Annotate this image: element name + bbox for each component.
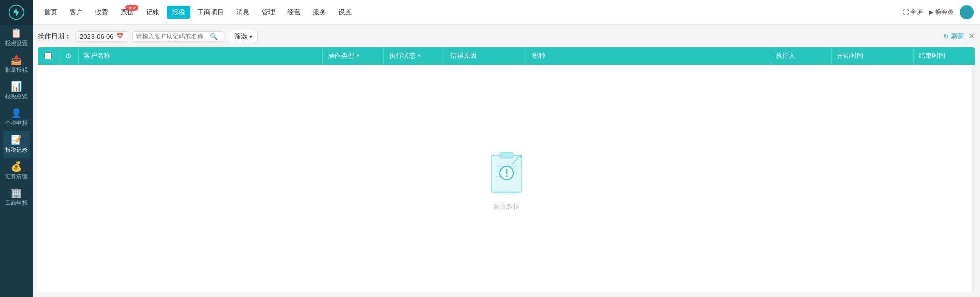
svg-rect-8: [506, 169, 507, 174]
sidebar-label-huisuan-jiaona: 汇算清缴: [5, 173, 28, 180]
main-area: 首页客户收费票据new记账报税工商项目消息管理经营服务设置 ⛶ 全屏 ▶ 畅会员…: [33, 0, 980, 297]
top-navigation: 首页客户收费票据new记账报税工商项目消息管理经营服务设置 ⛶ 全屏 ▶ 畅会员: [33, 0, 980, 25]
nav-item-shezhi[interactable]: 设置: [333, 6, 357, 19]
sidebar: 📋报税设置📤批量报税📊报税总览👤个税申报📝报税记录💰汇算清缴🏢工商年报: [0, 0, 33, 297]
sidebar-icon-gesui-shenbao: 👤: [11, 109, 22, 118]
sidebar-label-baoshui-jilu: 报税记录: [5, 146, 28, 154]
sidebar-label-baoshui-shezhi: 报税设置: [5, 39, 28, 47]
refresh-icon: ↻: [943, 33, 949, 40]
member-icon: ▶: [929, 9, 933, 16]
empty-text: 暂无数据: [493, 202, 520, 211]
member-label: 畅会员: [935, 8, 953, 16]
sidebar-item-huisuan-jiaona[interactable]: 💰汇算清缴: [3, 158, 30, 184]
data-table: ⚙ 客户名称 操作类型 ▼ 执行状态 ▼ 错误原因 税种: [38, 47, 975, 292]
nav-item-xiaoxi[interactable]: 消息: [231, 6, 255, 19]
sidebar-label-baoshui-zonglun: 报税总览: [5, 93, 28, 100]
nav-item-fuwu[interactable]: 服务: [308, 6, 331, 19]
content-area: 操作日期： 2023-06-06 📅 🔍 筛选 ▾ ↻ 刷新 ✕: [33, 25, 980, 297]
sidebar-item-baoshui-shezhi[interactable]: 📋报税设置: [3, 25, 30, 51]
th-caozuo-leixing[interactable]: 操作类型 ▼: [323, 47, 384, 65]
sidebar-item-gongshang-nianbao[interactable]: 🏢工商年报: [3, 184, 30, 211]
search-input[interactable]: [136, 33, 208, 40]
nav-item-kehu[interactable]: 客户: [64, 6, 88, 19]
th-cuowu-yuanyin: 错误原因: [445, 47, 527, 65]
nav-item-gongshang-xiangmu[interactable]: 工商项目: [192, 6, 229, 19]
nav-item-shouye[interactable]: 首页: [39, 6, 62, 19]
user-avatar[interactable]: [960, 5, 974, 19]
svg-point-9: [506, 175, 508, 177]
nav-items: 首页客户收费票据new记账报税工商项目消息管理经营服务设置: [39, 6, 903, 19]
logo[interactable]: [0, 0, 33, 25]
table-body: 暂无数据: [38, 65, 975, 292]
svg-rect-2: [500, 152, 513, 158]
svg-point-12: [492, 190, 521, 195]
topnav-right: ⛶ 全屏 ▶ 畅会员: [903, 5, 974, 19]
sidebar-icon-baoshui-zonglun: 📊: [11, 82, 22, 91]
empty-state: 暂无数据: [484, 145, 530, 211]
select-all-checkbox[interactable]: [44, 52, 52, 59]
date-value: 2023-06-06: [80, 33, 114, 40]
date-label: 操作日期：: [38, 32, 71, 41]
refresh-button[interactable]: ↻ 刷新: [943, 32, 964, 41]
table-header: ⚙ 客户名称 操作类型 ▼ 执行状态 ▼ 错误原因 税种: [38, 47, 975, 65]
chevron-down-icon: ▾: [249, 34, 252, 39]
nav-item-guanli[interactable]: 管理: [257, 6, 280, 19]
sidebar-label-piliang-baoshui: 批量报税: [5, 66, 28, 74]
nav-item-jingying[interactable]: 经营: [282, 6, 306, 19]
sidebar-icon-huisuan-jiaona: 💰: [11, 162, 22, 171]
sidebar-label-gesui-shenbao: 个税申报: [5, 119, 28, 127]
sidebar-item-gesui-shenbao[interactable]: 👤个税申报: [3, 104, 30, 131]
filter-button[interactable]: 筛选 ▾: [229, 30, 258, 43]
sort-icon: ▼: [356, 53, 360, 58]
sidebar-item-baoshui-zonglun[interactable]: 📊报税总览: [3, 78, 30, 104]
th-gear[interactable]: ⚙: [58, 47, 79, 65]
empty-illustration: [484, 145, 530, 196]
fullscreen-label: 全屏: [910, 8, 923, 16]
nav-item-shoufei[interactable]: 收费: [90, 6, 113, 19]
filter-label: 筛选: [234, 32, 247, 41]
sidebar-item-baoshui-jilu[interactable]: 📝报税记录: [3, 131, 30, 158]
calendar-icon: 📅: [116, 33, 124, 40]
close-button[interactable]: ✕: [968, 32, 975, 40]
date-picker[interactable]: 2023-06-06 📅: [75, 31, 128, 42]
refresh-label: 刷新: [951, 32, 964, 41]
search-box: 🔍: [132, 31, 224, 42]
toolbar: 操作日期： 2023-06-06 📅 🔍 筛选 ▾ ↻ 刷新 ✕: [38, 30, 975, 43]
fullscreen-icon: ⛶: [903, 9, 909, 16]
th-zhixingren: 执行人: [770, 47, 832, 65]
th-kaishi-shijian: 开始时间: [832, 47, 914, 65]
sidebar-icon-piliang-baoshui: 📤: [11, 55, 22, 65]
sidebar-label-gongshang-nianbao: 工商年报: [5, 199, 28, 207]
member-button[interactable]: ▶ 畅会员: [929, 8, 953, 16]
nav-item-piao[interactable]: 票据new: [116, 6, 139, 19]
scrollbar-track[interactable]: [972, 65, 975, 292]
sidebar-icon-baoshui-shezhi: 📋: [11, 29, 22, 38]
nav-item-baoshui[interactable]: 报税: [167, 6, 190, 19]
fullscreen-button[interactable]: ⛶ 全屏: [903, 8, 923, 16]
th-zhixing-zhuangtai[interactable]: 执行状态 ▼: [384, 47, 445, 65]
th-shuizhong: 税种: [527, 47, 771, 65]
gear-icon: ⚙: [65, 52, 72, 60]
sidebar-item-piliang-baoshui[interactable]: 📤批量报税: [3, 51, 30, 78]
sort-icon: ▼: [417, 53, 422, 58]
th-kehu-mingcheng: 客户名称: [79, 47, 323, 65]
th-checkbox[interactable]: [38, 47, 58, 65]
search-icon: 🔍: [210, 33, 218, 40]
sidebar-icon-gongshang-nianbao: 🏢: [11, 188, 22, 198]
sidebar-icon-baoshui-jilu: 📝: [11, 135, 22, 144]
nav-item-jizhang[interactable]: 记账: [141, 6, 165, 19]
nav-badge-piao: new: [125, 5, 138, 11]
th-jieshu-shijian: 结束时间: [914, 47, 975, 65]
